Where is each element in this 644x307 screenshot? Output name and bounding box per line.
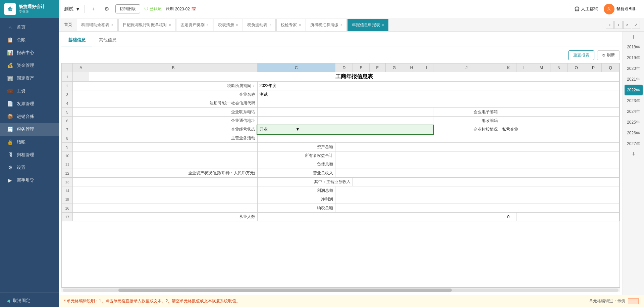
sidebar-item-home[interactable]: ⌂首页	[0, 21, 59, 34]
cell	[500, 108, 620, 117]
tab-label-tax_expert: 税检专家	[281, 22, 297, 28]
year-item[interactable]: 2021年	[625, 74, 643, 85]
service-label: 人工咨询	[581, 6, 598, 12]
year-scroll-up[interactable]: ⬆	[628, 33, 639, 41]
tab-aux[interactable]: 科目辅助余额表×	[77, 19, 118, 31]
year-item[interactable]: 2020年	[625, 63, 643, 74]
tab-close-aux[interactable]: ×	[111, 23, 113, 27]
tab-close-annual_report[interactable]: ×	[382, 23, 384, 27]
tab-prev-button[interactable]: ‹	[606, 21, 614, 29]
row-number: 13	[62, 178, 73, 186]
tab-close-tax_wave[interactable]: ×	[269, 23, 271, 27]
col-header-D: D	[335, 63, 353, 72]
sidebar-label-inventory: 进销台账	[17, 114, 34, 120]
reset-report-button[interactable]: 重置报表	[568, 50, 594, 60]
sidebar-label-tax-management: 税务管理	[17, 126, 34, 132]
cell: 邮政编码	[433, 117, 500, 125]
sidebar-item-inventory[interactable]: 📦进销台账	[0, 110, 59, 123]
sidebar-pin-label: 取消固定	[13, 298, 30, 304]
cell: 资产总额	[257, 143, 335, 151]
year-item[interactable]: 2019年	[625, 52, 643, 63]
tab-tax_report[interactable]: 税表清册×	[214, 19, 243, 31]
status-bar: * 单元格编辑说明：1、点击单元格直接录入数值或文本。2、清空单元格数值或文本恢…	[59, 295, 644, 307]
cell: 主营业务活动	[89, 134, 257, 143]
cell	[335, 195, 620, 204]
year-item[interactable]: 2026年	[625, 128, 643, 138]
tab-close-fixed_asset_type[interactable]: ×	[207, 23, 209, 27]
year-item[interactable]: 2023年	[625, 95, 643, 106]
settings-button[interactable]: ⚙	[102, 4, 111, 14]
calendar-icon[interactable]: 📅	[191, 7, 196, 11]
headset-icon: 🎧	[574, 6, 580, 11]
row-number: 14	[62, 186, 73, 195]
tab-journal[interactable]: 日记账与银行对账单核对×	[118, 19, 175, 31]
tab-close-all-button[interactable]: ×	[623, 21, 631, 29]
period-info: 账期 2023-02 📅	[166, 6, 196, 12]
col-header-G: G	[385, 63, 403, 72]
sidebar-item-report-center[interactable]: 📊报表中心	[0, 46, 59, 59]
tab-annual_report[interactable]: 年报信息申报表×	[347, 19, 388, 31]
tab-tax_wave[interactable]: 税负波动表×	[243, 19, 276, 31]
sidebar-item-payroll[interactable]: 💼工资	[0, 85, 59, 97]
year-item[interactable]: 2024年	[625, 106, 643, 117]
add-button[interactable]: +	[89, 4, 98, 14]
subtab-basic[interactable]: 基础信息	[61, 34, 92, 46]
table-row: 12企业资产状况信息(币种：人民币万元)营业总收入	[62, 169, 620, 178]
year-item[interactable]: 2025年	[625, 117, 643, 128]
company-selector[interactable]: 测试 ▼	[64, 6, 80, 12]
tab-close-income_tax[interactable]: ×	[340, 23, 342, 27]
sidebar-item-general-ledger[interactable]: 📋总账	[0, 34, 59, 46]
sidebar-item-invoice-management[interactable]: 📄发票管理	[0, 97, 59, 110]
row-number	[73, 72, 89, 82]
settings-icon: ⚙	[7, 165, 13, 171]
sidebar-item-guide[interactable]: ▶新手引导	[0, 174, 59, 187]
year-item[interactable]: 2022年	[625, 85, 643, 95]
scrollbar-thumb[interactable]	[118, 289, 452, 292]
cell[interactable]: 开业 ▼	[257, 125, 433, 134]
refresh-button[interactable]: ↻ 刷新	[597, 50, 620, 60]
tab-income_tax[interactable]: 所得税汇算清缴×	[306, 19, 347, 31]
cell: 纳税总额	[257, 204, 335, 213]
sidebar-item-archive[interactable]: 🗄归档管理	[0, 148, 59, 161]
tab-close-journal[interactable]: ×	[169, 23, 171, 27]
report-center-icon: 📊	[7, 50, 13, 56]
tab-close-tax_expert[interactable]: ×	[299, 23, 301, 27]
table-row: 2税款所属期间：2022年度	[62, 82, 620, 90]
tab-home[interactable]: 首页	[60, 19, 76, 31]
tab-fixed_asset_type[interactable]: 固定资产类别×	[176, 19, 213, 31]
company-name: 测试	[64, 6, 73, 12]
sidebar-pin-button[interactable]: ◀ 取消固定	[0, 294, 59, 307]
sidebar-item-fixed-assets[interactable]: 🏢固定资产	[0, 72, 59, 85]
row-number: 16	[62, 204, 73, 213]
cell: 企业联系电话	[89, 108, 257, 117]
refresh-label: 刷新	[607, 52, 615, 58]
subtab-other[interactable]: 其他信息	[92, 34, 123, 46]
horizontal-scrollbar[interactable]	[61, 288, 620, 292]
service-button[interactable]: 🎧 人工咨询	[574, 6, 598, 12]
sidebar-item-tax-management[interactable]: 🧾税务管理	[0, 123, 59, 136]
sidebar-label-guide: 新手引导	[17, 177, 34, 183]
year-scroll-down[interactable]: ⬇	[628, 150, 639, 158]
tab-expand-button[interactable]: ⤢	[632, 21, 640, 29]
switch-mode-button[interactable]: 切到旧版	[115, 4, 140, 13]
user-menu[interactable]: 头 畅捷通B组...	[604, 4, 639, 14]
cell	[517, 213, 619, 221]
invoice-management-icon: 📄	[7, 101, 13, 107]
tab-next-button[interactable]: ›	[614, 21, 623, 29]
period-value: 2023-02	[175, 7, 190, 11]
sidebar-item-closing[interactable]: 🔒结账	[0, 136, 59, 148]
year-item[interactable]: 2027年	[625, 138, 643, 149]
closing-icon: 🔒	[7, 139, 13, 145]
sidebar-item-capital-management[interactable]: 💰资金管理	[0, 59, 59, 72]
year-item[interactable]: 2018年	[625, 42, 643, 52]
sidebar-item-settings[interactable]: ⚙设置	[0, 161, 59, 174]
tab-label-income_tax: 所得税汇算清缴	[310, 22, 338, 28]
tab-close-tax_report[interactable]: ×	[236, 23, 238, 27]
col-header-I: I	[420, 63, 433, 72]
tax-management-icon: 🧾	[7, 126, 13, 132]
spreadsheet-scroll[interactable]: ABCDEFGHIJKLMNOPQ1工商年报信息表2税款所属期间：2022年度3…	[61, 63, 620, 288]
tab-tax_expert[interactable]: 税检专家×	[276, 19, 305, 31]
table-row: 7企业经营状态开业 ▼企业控股情况私营企业	[62, 125, 620, 134]
cell	[500, 117, 620, 125]
cell	[335, 186, 620, 195]
